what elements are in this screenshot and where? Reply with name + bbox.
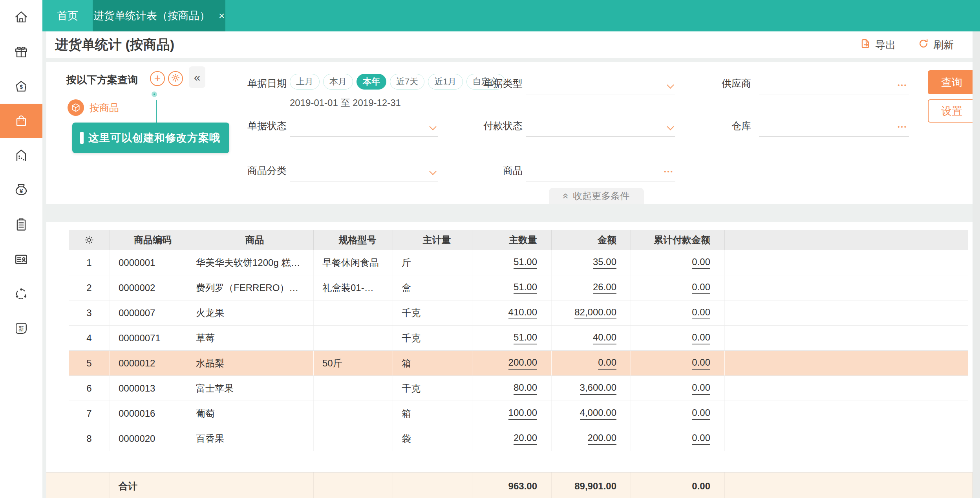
unit: 千克	[393, 326, 472, 350]
scheme-settings-gear-icon	[171, 73, 180, 84]
table-total-row: 合计 963.00 89,901.00 0.00	[46, 472, 973, 498]
export-icon	[859, 38, 871, 52]
tab-purchase-stats[interactable]: 进货单统计表（按商品） ×	[93, 0, 225, 31]
scheme-item-label: 按商品	[90, 101, 119, 114]
amount-link[interactable]: 4,000.00	[580, 407, 616, 420]
scrollbar-track[interactable]	[973, 31, 980, 498]
product-picker[interactable]: •••	[526, 163, 675, 181]
pay-status-select[interactable]	[526, 119, 675, 137]
paid-link[interactable]: 0.00	[692, 432, 710, 445]
sidebar-item-gift[interactable]	[0, 35, 42, 69]
amount-link[interactable]: 40.00	[593, 332, 616, 344]
row-number: 2	[69, 275, 110, 300]
amount-link[interactable]: 200.00	[588, 432, 616, 445]
export-button[interactable]: 导出	[859, 38, 896, 52]
date-range-pill[interactable]: 本月	[323, 74, 353, 90]
amount-link[interactable]: 35.00	[593, 256, 616, 269]
table-row[interactable]: 60000013富士苹果千克80.003,600.000.00	[69, 376, 968, 401]
scheme-panel: 按以下方案查询 + « 按商品 这里可以创建和修改方案哦	[46, 62, 208, 204]
column-header: 商品	[187, 230, 314, 250]
tab-home[interactable]: 首页	[42, 0, 93, 31]
paid-link[interactable]: 0.00	[692, 382, 710, 395]
amount-link[interactable]: 82,000.00	[574, 307, 616, 319]
product-code: 0000016	[110, 401, 187, 426]
table-row[interactable]: 10000001华美华夫软饼1200g 糕…早餐休闲食品斤51.0035.000…	[69, 250, 968, 275]
app-sidebar: $ ¥ 新	[0, 0, 42, 498]
tab-close-icon[interactable]: ×	[219, 10, 225, 22]
row-number: 1	[69, 250, 110, 275]
paid-link[interactable]: 0.00	[692, 407, 710, 420]
product-name: 费列罗（FERRERO）…	[187, 275, 314, 300]
settings-button[interactable]: 设置	[928, 99, 976, 123]
qty-link[interactable]: 20.00	[514, 432, 537, 445]
column-header: 累计付款金额	[631, 230, 725, 250]
doc-status-select[interactable]	[290, 119, 438, 137]
date-range-pill[interactable]: 上月	[290, 74, 320, 90]
supplier-picker[interactable]: •••	[759, 77, 909, 95]
amount-link[interactable]: 3,600.00	[580, 382, 616, 395]
table-row[interactable]: 20000002费列罗（FERRERO）…礼盒装01-…盒51.0026.000…	[69, 275, 968, 300]
paid-link[interactable]: 0.00	[692, 357, 710, 370]
warehouse-picker[interactable]: •••	[759, 119, 909, 137]
sidebar-item-contacts[interactable]	[0, 242, 42, 276]
date-range-text: 2019-01-01 至 2019-12-31	[290, 97, 401, 109]
sidebar-item-whats-new[interactable]: 新	[0, 311, 42, 346]
unit: 箱	[393, 401, 472, 426]
sidebar-item-finance[interactable]: ¥	[0, 173, 42, 207]
tooltip-anchor-dot	[152, 92, 157, 97]
table-settings-gear-icon[interactable]	[69, 230, 110, 250]
qty-link[interactable]: 100.00	[508, 407, 537, 420]
scheme-item-by-product[interactable]: 按商品	[68, 99, 119, 116]
qty-link[interactable]: 51.00	[514, 332, 537, 344]
sidebar-item-sales[interactable]: $	[0, 69, 42, 104]
amount-link[interactable]: 0.00	[598, 357, 616, 370]
filter-label-category: 商品分类	[236, 164, 287, 177]
table-row[interactable]: 70000016葡萄箱100.004,000.000.00	[69, 401, 968, 426]
product-name: 百香果	[187, 426, 314, 451]
sidebar-item-warehouse[interactable]	[0, 138, 42, 173]
add-scheme-button[interactable]: +	[150, 71, 165, 86]
refresh-button[interactable]: 刷新	[918, 38, 954, 52]
date-range-pill[interactable]: 本年	[357, 74, 386, 90]
sidebar-item-purchase[interactable]	[0, 104, 42, 138]
qty-link[interactable]: 200.00	[508, 357, 537, 370]
category-select[interactable]	[290, 163, 438, 181]
date-range-pill[interactable]: 近7天	[390, 74, 424, 90]
contacts-id-card-icon	[13, 251, 30, 268]
table-row[interactable]: 80000020百香果袋20.00200.000.00	[69, 426, 968, 451]
tab-home-label: 首页	[57, 9, 78, 23]
qty-link[interactable]: 410.00	[508, 307, 537, 319]
collapse-panel-button[interactable]: «	[189, 66, 205, 88]
amount-link[interactable]: 26.00	[593, 282, 616, 294]
date-range-pill[interactable]: 近1月	[428, 74, 463, 90]
search-button[interactable]: 查询	[928, 70, 976, 94]
table-row[interactable]: 30000007火龙果千克410.0082,000.000.00	[69, 300, 968, 326]
table-row[interactable]: 50000012水晶梨50斤箱200.000.000.00	[69, 351, 968, 376]
doc-type-select[interactable]	[526, 77, 675, 95]
qty-link[interactable]: 51.00	[514, 282, 537, 294]
tab-purchase-stats-label: 进货单统计表（按商品）	[93, 9, 210, 23]
qty-link[interactable]: 80.00	[514, 382, 537, 395]
sidebar-item-home[interactable]	[0, 0, 42, 35]
collapse-more-conditions-button[interactable]: « 收起更多条件	[549, 188, 644, 204]
table-row[interactable]: 400000071草莓千克51.0040.000.00	[69, 326, 968, 351]
paid-link[interactable]: 0.00	[692, 256, 710, 269]
product-name: 富士苹果	[187, 376, 314, 401]
paid-link[interactable]: 0.00	[692, 307, 710, 319]
spec-model: 50斤	[314, 351, 393, 375]
sidebar-item-orders[interactable]	[0, 207, 42, 242]
svg-text:新: 新	[18, 326, 24, 332]
scheme-settings-button[interactable]	[168, 71, 183, 86]
row-number: 5	[69, 351, 110, 375]
svg-text:$: $	[20, 84, 23, 90]
ellipsis-icon: •••	[898, 123, 907, 130]
paid-link[interactable]: 0.00	[692, 282, 710, 294]
qty-link[interactable]: 51.00	[514, 256, 537, 269]
product-cube-icon	[68, 99, 84, 116]
table-body: 10000001华美华夫软饼1200g 糕…早餐休闲食品斤51.0035.000…	[69, 250, 968, 451]
paid-link[interactable]: 0.00	[692, 332, 710, 344]
total-row-spacer	[69, 472, 110, 498]
table-header-row: 商品编码商品规格型号主计量主数量金额累计付款金额	[69, 230, 968, 250]
sidebar-item-share[interactable]	[0, 276, 42, 311]
tooltip-connector-line	[156, 100, 157, 124]
